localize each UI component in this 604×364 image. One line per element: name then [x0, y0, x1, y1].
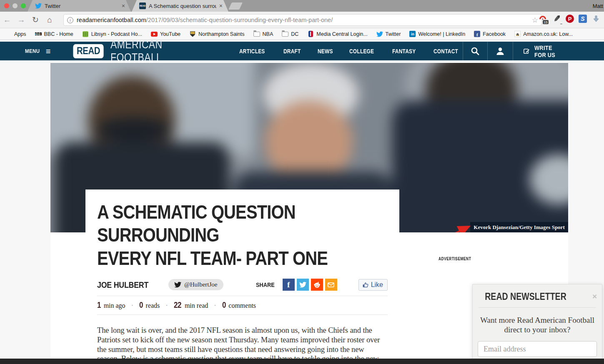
newsletter-body: Want more Read American Football direct … [478, 315, 597, 334]
bookmark-bbc[interactable]: BBC BBC - Home [35, 31, 73, 37]
facebook-icon: f [287, 280, 290, 289]
extension-badge: 15 [543, 20, 549, 24]
bookmark-youtube[interactable]: YouTube [151, 31, 180, 37]
nav-draft[interactable]: DRAFT [283, 48, 301, 55]
folder-icon [253, 31, 260, 37]
share-buttons: SHARE f Like [256, 279, 388, 291]
meta-separator: · [131, 302, 133, 309]
browser-toolbar: ← → ↻ ⌂ i readamericanfootball.com /2017… [0, 12, 604, 28]
back-icon[interactable]: ← [0, 15, 14, 25]
nav-news[interactable]: NEWS [318, 48, 333, 55]
bookmark-folder-nba[interactable]: NBA [253, 31, 273, 37]
address-bar[interactable]: i readamericanfootball.com /2017/09/03/s… [63, 14, 542, 26]
twitter-icon [174, 281, 181, 288]
facebook-like-button[interactable]: Like [358, 279, 388, 291]
newsletter-divider [479, 307, 596, 308]
nba-logo-icon [307, 31, 314, 37]
photo-credit: Kevork Djansezian/Getty Images Sport [474, 224, 564, 231]
window-zoom-button[interactable] [21, 3, 26, 8]
bookmark-apps[interactable]: Apps [5, 31, 26, 37]
twitter-icon [35, 2, 42, 9]
author-twitter-handle[interactable]: @HulbertJoe [168, 279, 223, 290]
article-title: A SCHEMATIC QUESTION SURROUNDING EVERY N… [97, 200, 388, 269]
share-facebook-button[interactable]: f [283, 279, 295, 291]
meta-separator: · [214, 302, 216, 309]
newsletter-popup: READ NEWSLETTER × Want more Read America… [472, 284, 602, 364]
logo-badge: READ [73, 44, 104, 58]
nav-college[interactable]: COLLEGE [349, 48, 374, 55]
linkedin-icon: in [409, 31, 416, 37]
chrome-profile-name[interactable]: Matt [593, 3, 604, 9]
tab-title: Twitter [45, 3, 119, 9]
bookmark-northampton-saints[interactable]: Northampton Saints [189, 31, 244, 37]
share-email-button[interactable] [325, 279, 337, 291]
nav-contact[interactable]: CONTACT [434, 48, 458, 55]
eyedropper-extension-icon[interactable] [552, 14, 561, 23]
tab-twitter[interactable]: Twitter × [28, 0, 131, 12]
search-button[interactable] [463, 42, 487, 60]
bookmark-twitter[interactable]: Twitter [376, 31, 401, 37]
extension-badge [560, 24, 562, 24]
url-domain: readamericanfootball.com [77, 17, 146, 23]
bookmark-amazon[interactable]: a Amazon.co.uk: Low... [514, 31, 573, 37]
window-minimize-button[interactable] [13, 3, 18, 8]
bbc-icon: BBC [35, 31, 42, 37]
meta-read-time: 22min read [174, 300, 208, 310]
amazon-icon: a [514, 31, 521, 37]
newsletter-title: READ NEWSLETTER [485, 291, 566, 302]
twitter-icon [299, 281, 306, 288]
extension-icons: 15 P S [538, 14, 601, 23]
bookmark-linkedin[interactable]: in Welcome! | LinkedIn [409, 31, 465, 37]
header-actions: WRITE FOR US [463, 42, 604, 60]
article-card: A SCHEMATIC QUESTION SURROUNDING EVERY N… [85, 189, 399, 364]
folder-icon [282, 31, 288, 37]
user-icon [495, 46, 505, 56]
crest-icon [189, 31, 196, 37]
bookmark-star-icon[interactable]: ☆ [532, 16, 538, 25]
pinterest-extension-icon[interactable]: P [566, 15, 574, 23]
twitter-icon [376, 31, 383, 37]
account-button[interactable] [487, 42, 513, 60]
newsletter-close-icon[interactable]: × [592, 292, 597, 301]
browser-tab-bar: Twitter × READ A Schematic question surr… [0, 0, 604, 12]
screen: Twitter × READ A Schematic question surr… [0, 0, 604, 364]
bookmark-folder-dc[interactable]: DC [282, 31, 298, 37]
bookmark-media-central[interactable]: Media Central Login... [307, 31, 367, 37]
menu-button[interactable]: MENU ≡ [25, 47, 50, 55]
meta-time: 1min ago [97, 300, 125, 310]
thumbs-up-icon [362, 282, 369, 288]
tab-close-icon[interactable]: × [219, 2, 223, 9]
tab-article-active[interactable]: READ A Schematic question surroun × [132, 0, 228, 12]
tab-close-icon[interactable]: × [122, 2, 125, 9]
article-meta-row: 1min ago · 0reads · 22min read · 0commen… [97, 296, 388, 315]
envelope-icon [327, 281, 335, 289]
site-header: MENU ≡ READ AMERICAN FOOTBALL ARTICLES D… [0, 42, 604, 60]
main-nav: ARTICLES DRAFT NEWS COLLEGE FANTASY CONT… [239, 48, 462, 55]
menu-label: MENU [25, 48, 40, 54]
nav-articles[interactable]: ARTICLES [239, 48, 265, 55]
bookmark-libsyn[interactable]: Libsyn - Podcast Ho... [82, 31, 142, 37]
home-icon[interactable]: ⌂ [43, 15, 57, 25]
bottom-dark-bar [0, 359, 604, 364]
download-arrow-extension-icon[interactable] [591, 14, 601, 23]
nav-fantasy[interactable]: FANTASY [392, 48, 416, 55]
share-twitter-button[interactable] [297, 279, 309, 291]
author-name[interactable]: JOE HULBERT [97, 280, 148, 290]
page-info-icon[interactable]: i [67, 17, 73, 23]
reload-icon[interactable]: ↻ [28, 15, 43, 25]
new-tab-button[interactable] [228, 2, 243, 10]
forward-icon[interactable]: → [14, 15, 28, 25]
window-close-button[interactable] [4, 3, 9, 8]
write-for-us-button[interactable]: WRITE FOR US [513, 42, 578, 60]
bookmark-facebook[interactable]: f Facebook [474, 31, 506, 37]
share-label: SHARE [256, 281, 275, 288]
stats-gauge-extension-icon[interactable]: 15 [538, 14, 547, 23]
reddit-icon [313, 281, 321, 289]
meta-comments: 0comments [222, 300, 256, 310]
photo-credit-bar: Kevork Djansezian/Getty Images Sport [470, 222, 568, 232]
share-reddit-button[interactable] [311, 279, 323, 291]
advertisement-label: ADVERTISEMENT [439, 257, 471, 261]
meta-reads: 0reads [139, 300, 160, 310]
share-extension-icon[interactable]: S [579, 15, 587, 23]
newsletter-email-input[interactable] [478, 341, 597, 357]
